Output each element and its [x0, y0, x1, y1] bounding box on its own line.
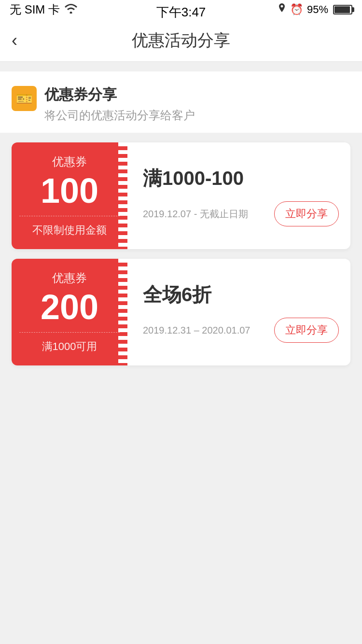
coupon-right-0: 满1000-100 2019.12.07 - 无截止日期 立即分享 — [127, 142, 350, 249]
coupon-label-0: 优惠券 — [52, 154, 87, 169]
coupon-condition-1: 满1000可用 — [42, 339, 97, 354]
empty-area — [0, 375, 362, 616]
coupon-divider-1 — [19, 332, 120, 333]
coupon-card: 优惠券 200 满1000可用 全场6折 2019.12.31 – 2020.0… — [12, 259, 350, 365]
coupon-amount-1: 200 — [41, 290, 98, 324]
wifi-icon — [65, 3, 77, 16]
coupon-left-1: 优惠券 200 满1000可用 — [12, 259, 127, 365]
battery-percent: 95% — [307, 3, 328, 16]
section-title: 优惠券分享 — [44, 85, 195, 105]
status-right: ⏰ 95% — [278, 3, 352, 16]
coupon-date-1: 2019.12.31 – 2020.01.07 — [143, 325, 268, 336]
status-time: 下午3:47 — [156, 4, 206, 21]
coupon-date-0: 2019.12.07 - 无截止日期 — [143, 208, 268, 221]
section-subtitle: 将公司的优惠活动分享给客户 — [44, 108, 195, 123]
coupon-right-1: 全场6折 2019.12.31 – 2020.01.07 立即分享 — [127, 259, 350, 365]
coupon-name-0: 满1000-100 — [143, 165, 339, 192]
share-button-0[interactable]: 立即分享 — [274, 201, 339, 226]
status-left: 无 SIM 卡 — [10, 2, 77, 17]
alarm-icon: ⏰ — [290, 3, 303, 16]
section-header: 🎫 优惠券分享 将公司的优惠活动分享给客户 — [0, 71, 362, 133]
coupon-meta-1: 2019.12.31 – 2020.01.07 立即分享 — [143, 318, 339, 343]
coupon-meta-0: 2019.12.07 - 无截止日期 立即分享 — [143, 201, 339, 226]
back-button[interactable]: ‹ — [12, 30, 17, 51]
nav-bar: ‹ 优惠活动分享 — [0, 19, 362, 62]
share-button-1[interactable]: 立即分享 — [274, 318, 339, 343]
coupon-list: 优惠券 100 不限制使用金额 满1000-100 2019.12.07 - 无… — [0, 133, 362, 375]
carrier-text: 无 SIM 卡 — [10, 2, 60, 17]
coupon-amount-0: 100 — [41, 173, 98, 208]
coupon-label-1: 优惠券 — [52, 270, 87, 286]
coupon-condition-0: 不限制使用金额 — [32, 223, 107, 238]
coupon-left-0: 优惠券 100 不限制使用金额 — [12, 142, 127, 249]
coupon-name-1: 全场6折 — [143, 281, 339, 308]
coupon-card: 优惠券 100 不限制使用金额 满1000-100 2019.12.07 - 无… — [12, 142, 350, 249]
battery-icon — [333, 5, 352, 14]
nav-title: 优惠活动分享 — [132, 29, 230, 52]
location-icon — [278, 3, 286, 16]
coupon-divider-0 — [19, 216, 120, 216]
coupon-icon: 🎫 — [12, 86, 37, 111]
section-text: 优惠券分享 将公司的优惠活动分享给客户 — [44, 85, 195, 123]
status-bar: 无 SIM 卡 下午3:47 ⏰ 95% — [0, 0, 362, 19]
